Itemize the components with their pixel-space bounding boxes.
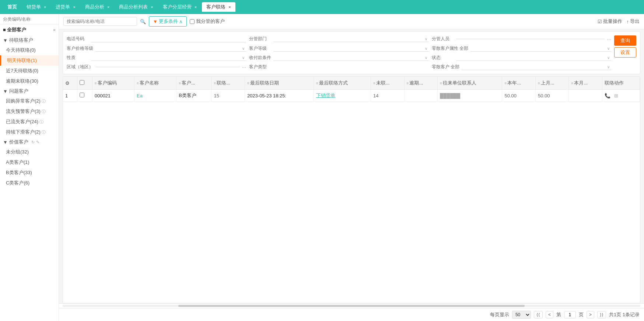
select-all-checkbox[interactable] <box>80 80 84 85</box>
nav-sales-order[interactable]: 销货单 × <box>22 2 50 12</box>
sidebar-item-class-b[interactable]: B类客户(33) <box>0 168 59 178</box>
phone-input[interactable] <box>91 35 246 42</box>
info-icon: ⓘ <box>42 99 46 103</box>
retail-customer-select[interactable]: ∨ <box>462 64 611 70</box>
first-page-button[interactable]: ⟨⟨ <box>534 311 543 318</box>
refresh-icon[interactable]: ↻ <box>31 140 35 145</box>
search-input[interactable] <box>63 17 137 26</box>
cell-last-contact-method[interactable]: 下销货单 <box>314 90 371 102</box>
sidebar-group-pending-contact[interactable]: ▼ 待联络客户 <box>0 35 59 45</box>
horizontal-scrollbar[interactable] <box>59 303 644 308</box>
chevron-down-icon: ∨ <box>607 56 610 60</box>
dots-icon[interactable]: ··· <box>242 64 246 70</box>
price-level-select[interactable]: ∨ <box>95 46 246 52</box>
cell-company-contact: ██████ <box>438 90 502 102</box>
nav-customer-stratification[interactable]: 客户分层经营 × <box>158 2 201 12</box>
sidebar-item-abnormal-repurchase[interactable]: 回购异常客户(2) ⓘ <box>0 96 59 106</box>
nav-customer-contact[interactable]: 客户联络 × <box>202 2 235 12</box>
sidebar-item-churned[interactable]: 已流失客户(24) ⓘ <box>0 117 59 127</box>
my-customers-checkbox[interactable]: 我分管的客户 <box>190 18 225 25</box>
col-checkbox[interactable] <box>77 77 92 90</box>
sidebar-item-class-a[interactable]: A类客户(1) <box>0 157 59 168</box>
close-icon[interactable]: × <box>44 5 46 9</box>
col-last-month[interactable]: ≡上月... <box>535 77 568 90</box>
nav-product-analysis-list[interactable]: 商品分析列表 × <box>115 2 157 12</box>
col-company-contact[interactable]: ≡往来单位联系人 <box>438 77 502 90</box>
col-code[interactable]: ≡客户编码 <box>92 77 134 90</box>
col-last-contact-method[interactable]: ≡最后联络方式 <box>314 77 371 90</box>
manager-input[interactable] <box>456 39 605 39</box>
export-icon: ↑ <box>627 19 629 24</box>
close-icon[interactable]: × <box>228 5 231 9</box>
retail-attr-select[interactable]: ∨ <box>470 46 611 52</box>
cell-checkbox[interactable] <box>77 90 92 102</box>
arrow-icon: ▼ <box>3 38 8 43</box>
filter-customer-level: 客户等级 ∨ <box>249 45 428 52</box>
sidebar-item-class-c[interactable]: C类客户(6) <box>0 178 59 188</box>
close-icon[interactable]: × <box>73 5 75 9</box>
sidebar-all-customers[interactable]: ■ 全部客户 « <box>0 24 59 35</box>
col-name[interactable]: ≡客户名称 <box>134 77 176 90</box>
cell-action: 📞 ⊞ <box>602 90 640 102</box>
page-number-input[interactable] <box>564 311 576 318</box>
region-input[interactable] <box>95 67 240 67</box>
status-select[interactable]: ∨ <box>456 55 611 61</box>
sidebar-group-problem-customers[interactable]: ▼ 问题客户 <box>0 86 59 96</box>
top-nav: 首页 销货单 × 进货单 × 商品分析 × 商品分析列表 × 客户分层经营 × … <box>0 0 644 14</box>
chevron-down-icon: ∨ <box>425 56 427 60</box>
sidebar-group-value-customers[interactable]: ▼ 价值客户 ↻ ✎ <box>0 137 59 147</box>
dept-select[interactable]: ∨ <box>273 36 428 42</box>
col-overdue[interactable]: ≡逾期... <box>404 77 437 90</box>
col-contact-count[interactable]: ≡联络... <box>211 77 245 90</box>
cell-this-month <box>569 90 602 102</box>
close-icon[interactable]: × <box>195 5 197 9</box>
cell-uncontacted: 14 <box>371 90 404 102</box>
sidebar-item-ungrouped[interactable]: 未分组(32) <box>0 147 59 157</box>
advanced-filter-panel: 电话号码 分管部门 ∨ 分管人员 <box>63 31 640 74</box>
sidebar: 🔍 ■ 全部客户 « ▼ 待联络客户 今天待联络(0) 明天待联络(1) 近7天… <box>0 14 59 321</box>
close-icon[interactable]: × <box>151 5 153 9</box>
sidebar-item-declining[interactable]: 持续下滑客户(2) ⓘ <box>0 127 59 137</box>
sidebar-search-input[interactable] <box>3 17 58 22</box>
sidebar-item-7day-contact[interactable]: 近7天待联络(0) <box>0 66 59 76</box>
more-conditions-button[interactable]: ▼ 更多条件 ∧ <box>149 16 187 27</box>
dots-icon[interactable]: ··· <box>607 36 611 42</box>
payment-select[interactable]: ∨ <box>273 55 428 61</box>
phone-action-icon[interactable]: 📞 <box>605 93 610 99</box>
more-action-icon[interactable]: ⊞ <box>614 93 618 99</box>
col-last-contact-date[interactable]: ≡最后联络日期 <box>245 77 314 90</box>
edit-icon[interactable]: ✎ <box>36 140 39 145</box>
nature-select[interactable]: ∨ <box>91 55 246 61</box>
customer-level-select[interactable]: ∨ <box>273 46 428 52</box>
nav-purchase-order[interactable]: 进货单 × <box>51 2 80 12</box>
search-icon[interactable]: 🔍 <box>140 19 146 24</box>
next-page-button[interactable]: > <box>587 311 594 318</box>
nav-home[interactable]: 首页 <box>3 2 21 12</box>
filter-row-1: 电话号码 分管部门 ∨ 分管人员 <box>67 35 611 42</box>
scrollbar-track[interactable] <box>63 305 640 307</box>
nav-product-analysis[interactable]: 商品分析 × <box>81 2 114 12</box>
close-icon[interactable]: × <box>107 5 109 9</box>
cell-name[interactable]: Ea <box>134 90 176 102</box>
last-page-button[interactable]: ⟩⟩ <box>597 311 606 318</box>
col-this-month[interactable]: ≡本月... <box>569 77 602 90</box>
col-this-year[interactable]: ≡本年... <box>502 77 535 90</box>
sidebar-item-today-contact[interactable]: 今天待联络(0) <box>0 45 59 55</box>
filter-price-level: 客户价格等级 ∨ <box>67 45 246 52</box>
col-settings[interactable]: ⚙ <box>63 77 77 90</box>
page-size-select[interactable]: 50 100 200 <box>512 311 531 319</box>
filter-right-actions: ☑ 批量操作 ↑ 导出 <box>598 18 640 25</box>
batch-operation-button[interactable]: ☑ 批量操作 <box>598 18 622 25</box>
col-type[interactable]: ≡客户... <box>176 77 211 90</box>
scrollbar-thumb[interactable] <box>178 305 525 307</box>
row-checkbox[interactable] <box>80 93 84 97</box>
query-button[interactable]: 查询 <box>614 35 636 46</box>
sidebar-item-tomorrow-contact[interactable]: 明天待联络(1) <box>0 55 59 66</box>
filter-nature: 性质 ∨ <box>67 55 246 61</box>
col-uncontacted[interactable]: ≡未联... <box>371 77 404 90</box>
export-button[interactable]: ↑ 导出 <box>627 18 640 25</box>
sidebar-item-churn-warning[interactable]: 流失预警客户(3) ⓘ <box>0 106 59 117</box>
prev-page-button[interactable]: < <box>546 311 553 318</box>
sidebar-item-overdue-contact[interactable]: 逾期未联络(30) <box>0 76 59 86</box>
reset-button[interactable]: 设置 <box>614 47 636 58</box>
